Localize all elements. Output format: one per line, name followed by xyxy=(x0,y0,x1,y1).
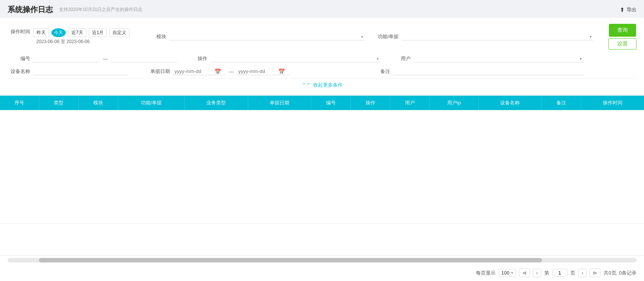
date-range-display: 2023-06-06 至 2023-06-06 xyxy=(36,39,130,45)
col-user-ip: 用户ip xyxy=(429,96,478,110)
date-to-input[interactable] xyxy=(237,68,278,75)
collapse-label: 收起更多条件 xyxy=(313,82,343,88)
table-body xyxy=(0,110,644,224)
number-from-input[interactable] xyxy=(33,55,100,62)
operation-label: 操作 xyxy=(185,55,207,62)
device-input[interactable] xyxy=(33,68,128,75)
page-size-label: 每页显示 xyxy=(476,270,496,276)
number-label: 编号 xyxy=(8,55,30,62)
date-from-input[interactable] xyxy=(173,68,215,75)
table-area: 序号 类型 模块 功能/单据 业务类型 单据日期 编号 操作 用户 用户ip 设… xyxy=(0,96,644,255)
time-label: 操作时间 xyxy=(8,28,30,35)
func-select[interactable] xyxy=(403,34,592,39)
empty-row xyxy=(0,110,644,224)
number-to-input[interactable] xyxy=(111,55,177,62)
collapse-up-icon: ⌃⌃ xyxy=(302,82,311,88)
voucher-date-label: 单据日期 xyxy=(144,68,170,75)
page-header: 系统操作日志 支持2020年10月31日之后产生的操作日志 ⬆ 导出 xyxy=(0,0,644,18)
first-page-button[interactable]: ⊲ xyxy=(519,269,530,277)
col-operation: 操作 xyxy=(351,96,390,110)
device-label: 设备名称 xyxy=(8,68,30,75)
pagination-bar: 每页显示 100 ▾ ⊲ ‹ 第 页 › ⊳ 共0页, 0条记录 xyxy=(0,265,644,281)
module-select[interactable] xyxy=(171,34,363,39)
table-header: 序号 类型 模块 功能/单据 业务类型 单据日期 编号 操作 用户 用户ip 设… xyxy=(0,96,644,110)
page-size-value: 100 xyxy=(501,270,510,276)
time-btn-custom[interactable]: 自定义 xyxy=(109,28,130,37)
col-seq: 序号 xyxy=(0,96,39,110)
total-label: 共0页, 0条记录 xyxy=(604,270,636,276)
col-op-time: 操作时间 xyxy=(581,96,644,110)
date-dash: — xyxy=(229,69,234,75)
page-input[interactable] xyxy=(552,269,567,277)
col-remark: 备注 xyxy=(542,96,581,110)
page-size-chevron: ▾ xyxy=(511,270,513,275)
module-label: 模块 xyxy=(144,33,166,40)
query-button[interactable]: 查询 xyxy=(609,24,636,37)
settings-button[interactable]: 设置 xyxy=(608,38,636,50)
func-label: 功能/单据 xyxy=(372,33,399,40)
col-number: 编号 xyxy=(311,96,351,110)
time-btn-1month[interactable]: 近1月 xyxy=(89,28,107,37)
time-btn-today[interactable]: 今天 xyxy=(51,28,66,37)
number-dash: — xyxy=(103,56,108,62)
remark-input[interactable] xyxy=(393,68,584,75)
export-button[interactable]: ⬆ 导出 xyxy=(620,6,636,13)
col-device: 设备名称 xyxy=(478,96,542,110)
col-type: 类型 xyxy=(39,96,78,110)
page-title: 系统操作日志 xyxy=(8,5,53,15)
user-label: 用户 xyxy=(388,55,411,62)
last-page-button[interactable]: ⊳ xyxy=(590,269,601,277)
calendar-to-icon[interactable]: 📅 xyxy=(278,68,285,75)
remark-label: 备注 xyxy=(368,68,390,75)
calendar-from-icon[interactable]: 📅 xyxy=(215,68,221,75)
next-page-button[interactable]: › xyxy=(578,269,587,277)
prev-page-button[interactable]: ‹ xyxy=(533,269,541,277)
scrollbar-area xyxy=(0,255,644,265)
horizontal-scrollbar[interactable] xyxy=(8,258,636,262)
data-table: 序号 类型 模块 功能/单据 业务类型 单据日期 编号 操作 用户 用户ip 设… xyxy=(0,96,644,224)
export-label: 导出 xyxy=(627,6,636,13)
operation-select[interactable] xyxy=(212,56,379,61)
col-voucher-date: 单据日期 xyxy=(248,96,311,110)
collapse-bar[interactable]: ⌃⌃ 收起更多条件 xyxy=(8,78,636,92)
col-user: 用户 xyxy=(390,96,429,110)
export-icon: ⬆ xyxy=(620,6,625,13)
col-module: 模块 xyxy=(79,96,118,110)
col-biz-type: 业务类型 xyxy=(185,96,248,110)
time-btn-7days[interactable]: 近7天 xyxy=(68,28,86,37)
filter-area: 操作时间 昨天 今天 近7天 近1月 自定义 2023-06-06 至 2023… xyxy=(0,18,644,96)
page-unit-label: 页 xyxy=(570,270,575,276)
scrollbar-thumb xyxy=(39,258,542,262)
time-btn-yesterday[interactable]: 昨天 xyxy=(33,28,49,37)
col-func: 功能/单据 xyxy=(118,96,184,110)
page-subtitle: 支持2020年10月31日之后产生的操作日志 xyxy=(59,6,142,13)
page-prefix-label: 第 xyxy=(544,270,549,276)
user-select[interactable] xyxy=(415,56,582,61)
